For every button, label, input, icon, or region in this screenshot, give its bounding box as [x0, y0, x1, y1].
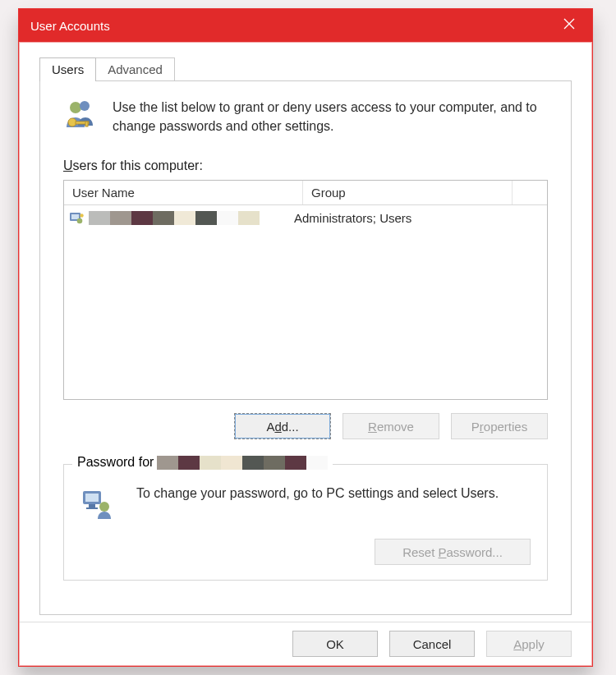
svg-rect-4	[85, 122, 88, 126]
users-list-header: User Name Group	[64, 181, 547, 205]
users-key-icon	[63, 98, 98, 132]
remove-button: Remove	[342, 413, 439, 439]
users-list-label: Users for this computer:	[63, 158, 548, 173]
password-user-icon	[80, 486, 115, 521]
svg-rect-11	[89, 504, 95, 507]
svg-rect-12	[86, 507, 98, 509]
user-row-icon	[69, 210, 84, 225]
user-action-buttons: Add... Remove Properties	[63, 413, 548, 439]
svg-point-7	[77, 218, 83, 224]
apply-button: Apply	[486, 631, 572, 657]
user-accounts-window: User Accounts Users Advanced	[18, 8, 593, 667]
add-button[interactable]: Add...	[234, 413, 331, 439]
ok-button[interactable]: OK	[292, 631, 378, 657]
users-list[interactable]: User Name Group	[63, 180, 548, 400]
titlebar[interactable]: User Accounts	[19, 9, 592, 42]
password-group-legend: Password for	[72, 455, 333, 470]
users-list-row[interactable]: Administrators; Users	[64, 205, 547, 230]
col-group[interactable]: Group	[303, 181, 513, 204]
col-username[interactable]: User Name	[64, 181, 303, 204]
svg-point-0	[70, 102, 81, 113]
tab-advanced[interactable]: Advanced	[95, 57, 175, 81]
user-row-group: Administrators; Users	[294, 211, 542, 225]
svg-rect-10	[85, 494, 99, 502]
username-redacted	[89, 211, 260, 225]
tab-users-panel: Use the list below to grant or deny user…	[39, 80, 572, 615]
password-groupbox: Password for	[63, 464, 548, 581]
legend-username-redacted	[157, 456, 328, 470]
close-icon	[563, 18, 575, 33]
window-title: User Accounts	[19, 19, 546, 33]
svg-rect-6	[71, 214, 79, 219]
dialog-footer: OK Cancel Apply	[20, 622, 591, 665]
svg-point-1	[80, 101, 90, 111]
reset-password-button: Reset Password...	[375, 539, 531, 565]
password-message: To change your password, go to PC settin…	[136, 486, 531, 501]
tabstrip: Users Advanced	[39, 57, 572, 81]
cancel-button[interactable]: Cancel	[389, 631, 475, 657]
properties-button: Properties	[451, 413, 548, 439]
svg-point-13	[99, 502, 109, 512]
intro-text: Use the list below to grant or deny user…	[113, 98, 548, 135]
close-button[interactable]	[546, 9, 592, 42]
client-area: Users Advanced	[19, 42, 592, 666]
tab-users[interactable]: Users	[39, 57, 96, 81]
svg-point-8	[80, 214, 83, 218]
